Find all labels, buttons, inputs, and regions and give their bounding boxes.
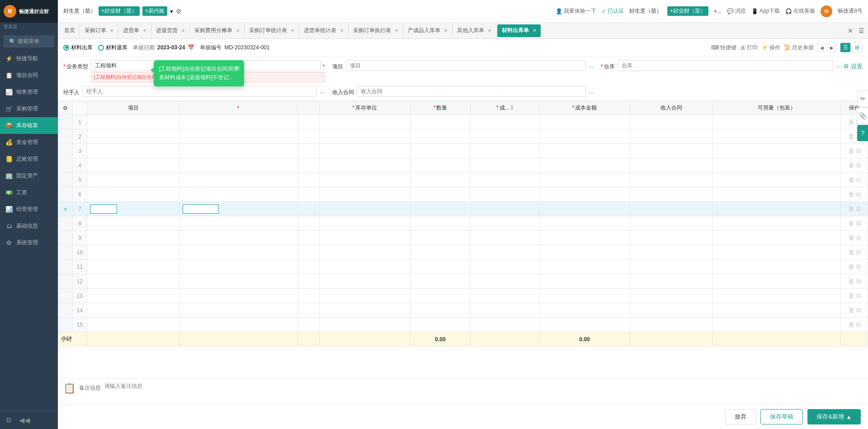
copy-row-icon-2[interactable]: ⧉ (856, 147, 861, 155)
sidebar-item-system[interactable]: ⚙ 系统管理 (0, 234, 58, 251)
history-btn[interactable]: 📜 历史单据 (784, 44, 814, 52)
copy-row-icon-3[interactable]: ⧉ (856, 162, 861, 169)
tab-close-goods-stats[interactable]: ✕ (340, 28, 344, 33)
project-input[interactable] (346, 60, 586, 71)
save-new-button[interactable]: 保存&新增 ▲ (807, 409, 861, 424)
topbar-link-good-biz[interactable]: 好生意（苗） (63, 7, 96, 15)
tab-finished-goods[interactable]: 产成品入库单 ✕ (403, 23, 453, 39)
sidebar-item-purchase[interactable]: 🛒 采购管理 (0, 100, 58, 117)
topbar-online-support[interactable]: 🎧在线客服 (785, 7, 815, 15)
radio-material-issue[interactable]: 材料出库 (63, 44, 93, 52)
business-type-dropdown-icon[interactable]: ▾ (322, 62, 325, 69)
sidebar-search[interactable]: 🔍 搜索菜单 (4, 35, 54, 48)
delete-row-icon-9[interactable]: 🗑 (848, 248, 854, 256)
tab-purchase-order[interactable]: 采购订单 ✕ (80, 23, 118, 39)
delete-row-icon-13[interactable]: 🗑 (848, 306, 854, 314)
topbar-experience-link[interactable]: 👤 我要体验一下 (556, 7, 596, 15)
income-contract-dots-icon[interactable]: ··· (589, 86, 594, 96)
settings-bottom-icon[interactable]: ⚙ (5, 416, 12, 424)
copy-row-icon-9[interactable]: ⧉ (856, 248, 861, 256)
copy-row-icon-7[interactable]: ⧉ (856, 219, 861, 227)
cost-price-info-icon[interactable]: ℹ (511, 104, 513, 111)
warehouse-dots-icon[interactable]: ··· (836, 60, 841, 70)
delete-row-icon-8[interactable]: 🗑 (848, 234, 854, 242)
delete-row-icon-12[interactable]: 🗑 (848, 292, 854, 300)
delete-row-icon-6[interactable]: 🗑 (848, 205, 854, 213)
delete-row-icon-14[interactable]: 🗑 (848, 321, 854, 329)
topbar-dropdown-icon[interactable]: ▾ (170, 8, 173, 15)
sidebar-item-accounting[interactable]: 📒 总账管理 (0, 151, 58, 167)
row-material-6[interactable] (179, 202, 297, 216)
side-icon-help[interactable]: ? (857, 125, 868, 141)
tab-close-finished-goods[interactable]: ✕ (444, 28, 448, 33)
tooltip-close-icon[interactable]: ✕ (235, 63, 241, 73)
delete-row-icon-10[interactable]: 🗑 (848, 263, 854, 271)
tab-purchase-stats[interactable]: 采购订单统计表 ✕ (245, 23, 299, 39)
calendar-icon[interactable]: 📅 (188, 44, 194, 51)
copy-row-icon-11[interactable]: ⧉ (856, 277, 861, 285)
copy-row-icon-4[interactable]: ⧉ (856, 176, 861, 184)
prev-arrow[interactable]: ◀ (817, 43, 826, 52)
tab-menu-icon[interactable]: ☰ (857, 27, 866, 34)
tab-purchase-expense[interactable]: 采购费用分摊单 ✕ (190, 23, 245, 39)
settings-icon-right[interactable]: ⚙ 设置 (844, 60, 863, 71)
tab-goods-receipt[interactable]: 进货单 ✕ (118, 23, 151, 39)
delete-row-icon-2[interactable]: 🗑 (848, 147, 854, 155)
copy-row-icon-13[interactable]: ⧉ (856, 306, 861, 314)
sidebar-item-quick-nav[interactable]: ⚡ 快捷导航 (0, 50, 58, 67)
tab-close-purchase-expense[interactable]: ✕ (236, 28, 240, 33)
tab-purchase-exec[interactable]: 采购订单执行表 ✕ (349, 23, 403, 39)
tab-close-goods-receipt[interactable]: ✕ (143, 28, 146, 33)
delete-row-icon-1[interactable]: 🗑 (848, 133, 854, 140)
project-dots-icon[interactable]: ··· (589, 60, 594, 70)
operation-btn[interactable]: ⚡ 操作 (761, 44, 780, 52)
view-list-btn[interactable]: ☰ (840, 43, 851, 52)
copy-row-icon-5[interactable]: ⧉ (856, 191, 861, 198)
tab-goods-return[interactable]: 进退货货 ✕ (151, 23, 190, 39)
print-btn[interactable]: 🖨 打印 (740, 44, 758, 52)
sidebar-item-sales[interactable]: 📈 销售管理 (0, 84, 58, 100)
sidebar-item-finance[interactable]: 💰 资金管理 (0, 134, 58, 151)
view-grid-btn[interactable]: ⊞ (852, 43, 863, 52)
save-draft-button[interactable]: 保存草稿 (760, 409, 803, 424)
copy-row-icon-10[interactable]: ⧉ (856, 263, 861, 271)
delete-row-icon-5[interactable]: 🗑 (848, 191, 854, 198)
topbar-settings-icon[interactable]: ⚙ (176, 8, 182, 15)
copy-row-icon-6[interactable]: ⧉ (856, 205, 861, 213)
topbar-message[interactable]: 💬消息 (727, 7, 746, 15)
add-row-icon[interactable]: ＋ (62, 205, 69, 212)
shortcut-btn[interactable]: ⌨ 快捷键 (711, 44, 736, 52)
topbar-good-biz-right[interactable]: 好生意（苗） (629, 7, 662, 15)
delete-row-icon-3[interactable]: 🗑 (848, 162, 854, 169)
warehouse-input[interactable] (618, 60, 833, 71)
tab-close-purchase-order[interactable]: ✕ (110, 28, 113, 33)
income-contract-input[interactable] (357, 86, 586, 97)
next-arrow[interactable]: ▶ (827, 43, 836, 52)
copy-row-icon-14[interactable]: ⧉ (856, 321, 861, 329)
tab-goods-stats[interactable]: 进货单统计表 ✕ (299, 23, 349, 39)
handler-input[interactable] (82, 86, 317, 97)
tab-close-material-issue[interactable]: ✕ (533, 28, 536, 33)
delete-row-icon-11[interactable]: 🗑 (848, 277, 854, 285)
sidebar-item-fixed-assets[interactable]: 🏢 固定资产 (0, 167, 58, 184)
copy-row-icon-8[interactable]: ⧉ (856, 234, 861, 242)
delete-row-icon-7[interactable]: 🗑 (848, 219, 854, 227)
tab-close-all-icon[interactable]: ✕ (846, 27, 855, 34)
topbar-app-download[interactable]: 📱App下载 (751, 7, 780, 15)
discard-button[interactable]: 放弃 (725, 409, 756, 424)
row-project-6[interactable] (87, 202, 180, 216)
sidebar-item-inventory[interactable]: 📦 库存核算 (0, 117, 58, 134)
tab-close-goods-return[interactable]: ✕ (181, 28, 185, 33)
delete-row-icon-4[interactable]: 🗑 (848, 176, 854, 184)
sidebar-item-project-contract[interactable]: 📋 项目合同 (0, 67, 58, 84)
handler-dots-icon[interactable]: ··· (320, 86, 325, 96)
topbar-plus-good-wealth[interactable]: +好业财（苗） (99, 6, 140, 16)
topbar-plus-easy-account[interactable]: +易代账 (142, 6, 167, 16)
tab-close-other-receipt[interactable]: ✕ (488, 28, 491, 33)
delete-row-icon-0[interactable]: 🗑 (848, 118, 854, 126)
radio-material-return[interactable]: 材料退库 (98, 44, 127, 52)
collapse-icon[interactable]: ◀◀ (19, 416, 30, 424)
sidebar-item-basic-info[interactable]: 🗂 基础信息 (0, 218, 58, 234)
sidebar-item-payroll[interactable]: 💵 工资 (0, 184, 58, 201)
tab-material-issue[interactable]: 材料出库单 ✕ (497, 24, 541, 37)
